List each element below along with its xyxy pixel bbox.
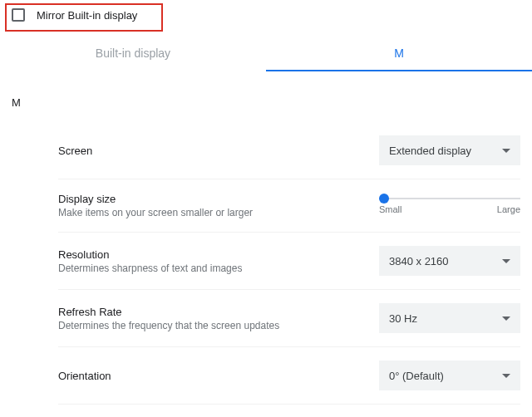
display-size-slider[interactable] <box>379 198 520 199</box>
resolution-sub: Determines sharpness of text and images <box>58 262 242 274</box>
orientation-label: Orientation <box>58 370 111 382</box>
mirror-display-row[interactable]: Mirror Built-in display <box>0 0 532 30</box>
chevron-down-icon <box>502 316 510 321</box>
refresh-value: 30 Hz <box>389 312 417 325</box>
screen-value: Extended display <box>389 145 471 157</box>
screen-label: Screen <box>58 145 92 157</box>
resolution-label: Resolution <box>58 248 242 261</box>
slider-max-label: Large <box>497 204 520 214</box>
orientation-select[interactable]: 0° (Default) <box>379 361 520 390</box>
chevron-down-icon <box>502 149 510 153</box>
overscan-row[interactable]: Overscan Adjust the boundaries of your d… <box>58 405 520 417</box>
screen-row: Screen Extended display <box>58 122 520 179</box>
screen-select[interactable]: Extended display <box>379 135 520 165</box>
display-size-row: Display size Make items on your screen s… <box>58 179 520 233</box>
resolution-row: Resolution Determines sharpness of text … <box>58 233 520 290</box>
mirror-checkbox[interactable] <box>12 8 25 22</box>
display-size-label: Display size <box>58 193 253 205</box>
display-size-sub: Make items on your screen smaller or lar… <box>58 207 253 218</box>
section-title: M <box>0 71 532 122</box>
chevron-down-icon <box>502 374 510 378</box>
slider-thumb[interactable] <box>379 194 389 204</box>
tab-external-display[interactable]: M <box>266 38 532 71</box>
mirror-label: Mirror Built-in display <box>37 9 137 22</box>
resolution-value: 3840 x 2160 <box>389 255 449 267</box>
resolution-select[interactable]: 3840 x 2160 <box>379 246 520 276</box>
orientation-row: Orientation 0° (Default) <box>58 347 520 405</box>
chevron-down-icon <box>502 259 510 263</box>
refresh-label: Refresh Rate <box>58 306 279 318</box>
tab-builtin-display[interactable]: Built-in display <box>0 38 266 71</box>
slider-min-label: Small <box>379 204 402 214</box>
orientation-value: 0° (Default) <box>389 370 444 382</box>
refresh-rate-row: Refresh Rate Determines the frequency th… <box>58 290 520 347</box>
display-tabs: Built-in display M <box>0 38 532 71</box>
refresh-sub: Determines the frequency that the screen… <box>58 320 279 331</box>
refresh-rate-select[interactable]: 30 Hz <box>379 303 520 333</box>
